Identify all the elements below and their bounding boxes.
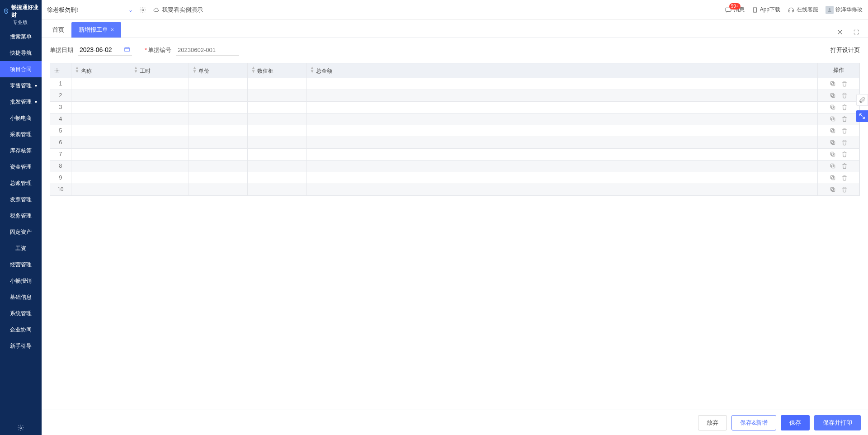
calendar-icon[interactable] <box>124 46 130 52</box>
online-service-button[interactable]: 在线客服 <box>788 6 818 14</box>
cell-total[interactable] <box>306 101 818 113</box>
delete-row-icon[interactable] <box>841 186 848 193</box>
close-icon[interactable]: × <box>111 27 114 33</box>
sidebar-item-9[interactable]: 总账管理 <box>0 175 42 191</box>
cell-numbox[interactable] <box>247 90 306 101</box>
attachment-button[interactable] <box>856 94 868 106</box>
cell-numbox[interactable] <box>247 184 306 195</box>
sidebar-item-16[interactable]: 基础信息 <box>0 289 42 305</box>
close-all-tabs-icon[interactable] <box>835 27 845 38</box>
cell-total[interactable] <box>306 90 818 101</box>
cell-price[interactable] <box>189 90 247 101</box>
delete-row-icon[interactable] <box>841 92 848 99</box>
copy-row-icon[interactable] <box>830 175 836 181</box>
copy-row-icon[interactable] <box>830 163 836 169</box>
sidebar-item-13[interactable]: 工资 <box>0 240 42 256</box>
demo-link[interactable]: 我要看实例演示 <box>153 6 203 14</box>
cell-price[interactable] <box>189 184 247 195</box>
cell-price[interactable] <box>189 113 247 125</box>
cell-numbox[interactable] <box>247 125 306 137</box>
cell-hours[interactable] <box>130 78 189 90</box>
discard-button[interactable]: 放弃 <box>698 415 727 430</box>
cell-name[interactable] <box>71 113 130 125</box>
cell-numbox[interactable] <box>247 172 306 184</box>
cell-hours[interactable] <box>130 113 189 125</box>
cell-price[interactable] <box>189 160 247 172</box>
cell-numbox[interactable] <box>247 148 306 160</box>
cell-name[interactable] <box>71 160 130 172</box>
cell-total[interactable] <box>306 172 818 184</box>
copy-row-icon[interactable] <box>830 128 836 134</box>
cell-total[interactable] <box>306 78 818 90</box>
cell-price[interactable] <box>189 148 247 160</box>
tab-1[interactable]: 新增报工单× <box>71 22 121 38</box>
app-download-button[interactable]: App下载 <box>752 6 780 14</box>
copy-row-icon[interactable] <box>830 186 836 193</box>
col-name-header[interactable]: ▲▼名称 <box>71 63 130 78</box>
cell-price[interactable] <box>189 125 247 137</box>
sidebar-item-1[interactable]: 快捷导航 <box>0 45 42 61</box>
cell-hours[interactable] <box>130 148 189 160</box>
cell-numbox[interactable] <box>247 160 306 172</box>
cell-name[interactable] <box>71 90 130 101</box>
cell-numbox[interactable] <box>247 78 306 90</box>
col-hours-header[interactable]: ▲▼工时 <box>130 63 189 78</box>
settings-icon[interactable] <box>139 6 146 14</box>
copy-row-icon[interactable] <box>830 116 836 122</box>
fullscreen-icon[interactable] <box>851 27 862 38</box>
col-price-header[interactable]: ▲▼单价 <box>189 63 247 78</box>
cell-total[interactable] <box>306 148 818 160</box>
sidebar-item-5[interactable]: 小畅电商 <box>0 110 42 126</box>
cell-hours[interactable] <box>130 184 189 195</box>
sidebar-item-17[interactable]: 系统管理 <box>0 305 42 322</box>
cell-name[interactable] <box>71 184 130 195</box>
sidebar-item-19[interactable]: 新手引导 <box>0 338 42 354</box>
sidebar-item-11[interactable]: 税务管理 <box>0 208 42 224</box>
delete-row-icon[interactable] <box>841 139 848 146</box>
sidebar-item-0[interactable]: 搜索菜单 <box>0 28 42 45</box>
copy-row-icon[interactable] <box>830 104 836 110</box>
copy-row-icon[interactable] <box>830 80 836 87</box>
cell-numbox[interactable] <box>247 113 306 125</box>
code-input[interactable] <box>176 45 239 56</box>
sidebar-item-7[interactable]: 库存核算 <box>0 142 42 159</box>
cell-hours[interactable] <box>130 101 189 113</box>
cell-total[interactable] <box>306 184 818 195</box>
sidebar-item-2[interactable]: 项目合同 <box>0 61 42 77</box>
col-numbox-header[interactable]: ▲▼数值框 <box>247 63 306 78</box>
delete-row-icon[interactable] <box>841 128 848 134</box>
delete-row-icon[interactable] <box>841 104 848 110</box>
sidebar-item-6[interactable]: 采购管理 <box>0 126 42 142</box>
sidebar-item-8[interactable]: 资金管理 <box>0 159 42 175</box>
save-new-button[interactable]: 保存&新增 <box>731 415 776 430</box>
cell-name[interactable] <box>71 172 130 184</box>
sidebar-item-4[interactable]: 批发管理▾ <box>0 94 42 110</box>
open-design-link[interactable]: 打开设计页 <box>830 46 860 54</box>
cell-price[interactable] <box>189 172 247 184</box>
sidebar-item-10[interactable]: 发票管理 <box>0 191 42 208</box>
cell-numbox[interactable] <box>247 137 306 148</box>
cell-price[interactable] <box>189 78 247 90</box>
sidebar-item-3[interactable]: 零售管理▾ <box>0 77 42 94</box>
cell-total[interactable] <box>306 113 818 125</box>
copy-row-icon[interactable] <box>830 151 836 157</box>
cell-hours[interactable] <box>130 125 189 137</box>
cell-price[interactable] <box>189 101 247 113</box>
cell-name[interactable] <box>71 137 130 148</box>
cell-total[interactable] <box>306 160 818 172</box>
sidebar-item-15[interactable]: 小畅报销 <box>0 273 42 289</box>
tab-0[interactable]: 首页 <box>45 22 71 38</box>
cell-hours[interactable] <box>130 137 189 148</box>
delete-row-icon[interactable] <box>841 175 848 181</box>
save-print-button[interactable]: 保存并打印 <box>814 415 861 430</box>
expand-panel-button[interactable] <box>856 110 868 122</box>
cell-numbox[interactable] <box>247 101 306 113</box>
cell-name[interactable] <box>71 78 130 90</box>
cell-price[interactable] <box>189 137 247 148</box>
col-total-header[interactable]: ▲▼总金额 <box>306 63 818 78</box>
delete-row-icon[interactable] <box>841 151 848 157</box>
cell-name[interactable] <box>71 125 130 137</box>
cell-hours[interactable] <box>130 172 189 184</box>
messages-button[interactable]: 99+ 消息 <box>725 6 745 14</box>
user-menu[interactable]: 徐泽华修改 <box>826 6 863 14</box>
